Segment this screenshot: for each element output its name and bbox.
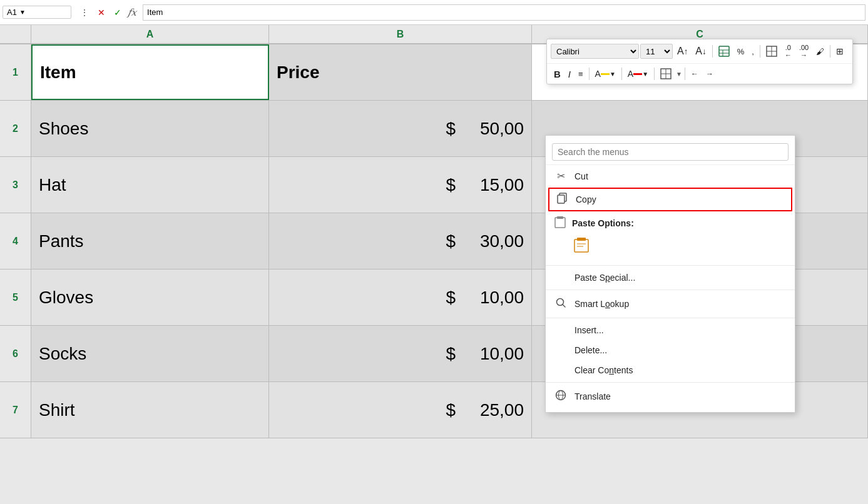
cell-b2[interactable]: $ 50,00 bbox=[269, 101, 532, 156]
increase-decimals-button[interactable]: .00→ bbox=[796, 42, 812, 61]
formula-input[interactable] bbox=[143, 4, 865, 21]
cell-b1[interactable]: Price bbox=[269, 44, 532, 100]
font-name-select[interactable]: Calibri Arial Times New Roman bbox=[551, 44, 639, 59]
cell-reference-box[interactable]: A1 ▼ bbox=[3, 6, 71, 19]
context-menu-copy[interactable]: Copy bbox=[548, 188, 792, 211]
bold-button[interactable]: B bbox=[551, 67, 564, 81]
divider bbox=[830, 45, 830, 58]
confirm-icon[interactable]: ✓ bbox=[111, 6, 124, 19]
smart-lookup-label: Smart Lookup bbox=[574, 299, 629, 309]
formula-bar: A1 ▼ ⋮ ✕ ✓ 𝑓𝑥 bbox=[0, 0, 868, 25]
highlight-color-button[interactable]: A ▼ bbox=[592, 67, 619, 81]
row-number-3: 3 bbox=[0, 157, 31, 213]
cell-a4[interactable]: Pants bbox=[31, 213, 269, 269]
svg-rect-15 bbox=[574, 239, 588, 252]
copy-icon bbox=[556, 193, 568, 206]
context-menu-search bbox=[546, 139, 795, 165]
copy-label: Copy bbox=[576, 194, 596, 204]
row-number-5: 5 bbox=[0, 270, 31, 325]
paste-icons-row bbox=[554, 233, 786, 263]
decrease-decimals-button[interactable]: .0← bbox=[782, 42, 795, 61]
context-menu-insert[interactable]: Insert... bbox=[546, 320, 795, 340]
insert-label: Insert... bbox=[574, 325, 604, 335]
cancel-icon[interactable]: ✕ bbox=[95, 6, 108, 19]
divider bbox=[654, 68, 655, 80]
divider bbox=[621, 68, 622, 80]
divider bbox=[685, 68, 685, 80]
paste-options-icon bbox=[554, 216, 566, 231]
cell-a7[interactable]: Shirt bbox=[31, 382, 269, 438]
cell-b6[interactable]: $ 10,00 bbox=[269, 326, 532, 381]
mini-toolbar-row2: B I ≡ A ▼ A ▼ ▼ ← → bbox=[547, 64, 852, 84]
paste-options-section: Paste Options: bbox=[546, 212, 795, 263]
paste-options-label: Paste Options: bbox=[572, 218, 634, 228]
cell-b4[interactable]: $ 30,00 bbox=[269, 213, 532, 269]
row-number-6: 6 bbox=[0, 326, 31, 381]
cell-a1[interactable]: Item bbox=[31, 44, 269, 100]
formula-bar-controls: ⋮ ✕ ✓ 𝑓𝑥 bbox=[74, 6, 140, 19]
paste-special-label: Paste Special... bbox=[574, 273, 635, 283]
row-number-4: 4 bbox=[0, 213, 31, 269]
context-menu-smart-lookup[interactable]: Smart Lookup bbox=[546, 292, 795, 316]
cell-ref-value: A1 bbox=[7, 8, 17, 17]
divider bbox=[712, 45, 713, 58]
separator bbox=[546, 382, 795, 383]
delete-label: Delete... bbox=[574, 345, 607, 355]
italic-button[interactable]: I bbox=[565, 67, 574, 81]
translate-icon bbox=[554, 390, 567, 403]
row-number-1: 1 bbox=[0, 44, 31, 100]
percent-button[interactable]: % bbox=[734, 45, 748, 58]
cell-b7[interactable]: $ 25,00 bbox=[269, 382, 532, 438]
align-button[interactable]: ≡ bbox=[575, 68, 586, 81]
context-menu-clear-contents[interactable]: Clear Contents bbox=[546, 360, 795, 380]
context-menu-paste-special[interactable]: Paste Special... bbox=[546, 268, 795, 288]
cell-a2[interactable]: Shoes bbox=[31, 101, 269, 156]
svg-line-19 bbox=[563, 305, 565, 307]
cell-b5[interactable]: $ 10,00 bbox=[269, 270, 532, 325]
col-header-b[interactable]: B bbox=[269, 25, 532, 44]
cell-b3[interactable]: $ 15,00 bbox=[269, 157, 532, 213]
decrease-font-size-button[interactable]: A↓ bbox=[692, 44, 709, 59]
svg-rect-0 bbox=[719, 46, 729, 56]
separator bbox=[546, 318, 795, 318]
format-as-table-button[interactable] bbox=[715, 44, 733, 59]
fx-icon: 𝑓𝑥 bbox=[128, 7, 136, 18]
corner-cell bbox=[0, 25, 31, 44]
cell-ref-dropdown-icon[interactable]: ▼ bbox=[19, 9, 26, 16]
svg-rect-11 bbox=[558, 195, 564, 203]
cell-a5[interactable]: Gloves bbox=[31, 270, 269, 325]
row-number-7: 7 bbox=[0, 382, 31, 438]
more-options-icon[interactable]: ⋮ bbox=[78, 6, 91, 19]
wrap-text-button[interactable]: ⊞ bbox=[833, 44, 847, 58]
cell-a3[interactable]: Hat bbox=[31, 157, 269, 213]
border2-button[interactable] bbox=[657, 66, 675, 81]
clear-contents-label: Clear Contents bbox=[574, 365, 633, 375]
cell-a6[interactable]: Socks bbox=[31, 326, 269, 381]
mini-toolbar: Calibri Arial Times New Roman 11 10 12 1… bbox=[546, 39, 853, 84]
divider bbox=[760, 45, 760, 58]
paste-keep-source-button[interactable] bbox=[571, 234, 592, 260]
context-menu: ✂ Cut Copy Paste Options: Paste Special.… bbox=[545, 135, 795, 413]
right-arrow-button[interactable]: → bbox=[703, 68, 717, 80]
mini-toolbar-row1: Calibri Arial Times New Roman 11 10 12 1… bbox=[547, 39, 852, 64]
paint-format-button[interactable]: 🖌 bbox=[813, 45, 827, 58]
row-number-2: 2 bbox=[0, 101, 31, 156]
col-header-a[interactable]: A bbox=[31, 25, 269, 44]
context-menu-cut[interactable]: ✂ Cut bbox=[546, 165, 795, 187]
context-menu-translate[interactable]: Translate bbox=[546, 385, 795, 408]
thousands-separator-button[interactable]: , bbox=[748, 45, 757, 58]
context-menu-search-input[interactable] bbox=[552, 143, 789, 161]
left-arrow-button[interactable]: ← bbox=[688, 68, 702, 80]
separator bbox=[546, 290, 795, 290]
cut-icon: ✂ bbox=[554, 170, 567, 182]
border-button[interactable] bbox=[763, 44, 780, 59]
divider bbox=[589, 68, 590, 80]
font-size-select[interactable]: 11 10 12 14 bbox=[640, 44, 673, 59]
separator bbox=[546, 265, 795, 266]
cut-label: Cut bbox=[574, 171, 588, 181]
increase-font-size-button[interactable]: A↑ bbox=[674, 44, 691, 59]
smart-lookup-icon bbox=[554, 297, 567, 311]
context-menu-delete[interactable]: Delete... bbox=[546, 340, 795, 360]
font-color-button[interactable]: A ▼ bbox=[625, 67, 651, 81]
translate-label: Translate bbox=[574, 391, 611, 401]
